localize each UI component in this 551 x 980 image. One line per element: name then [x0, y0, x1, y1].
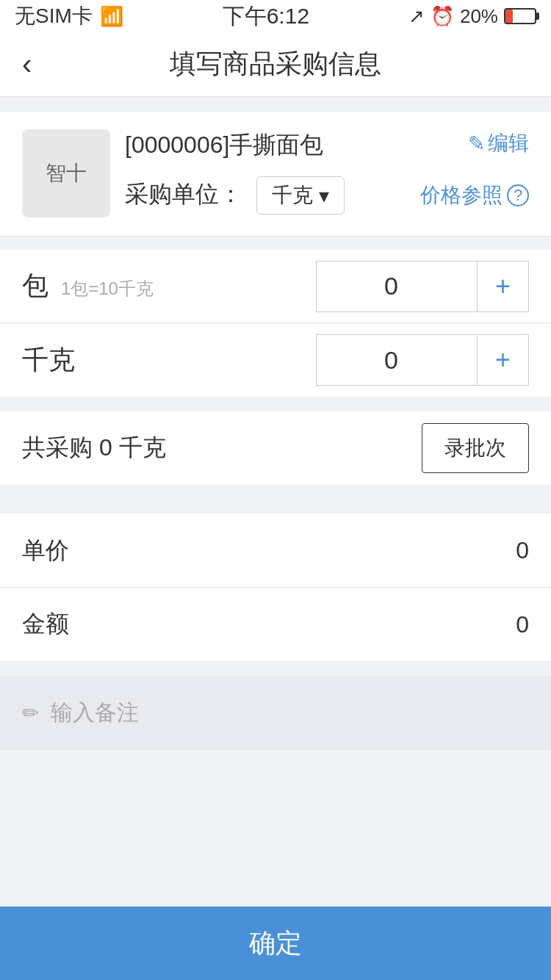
product-thumbnail: 智十	[22, 129, 110, 217]
battery-percent: 20%	[460, 5, 498, 28]
divider-2	[0, 397, 551, 411]
unit-label-group: 采购单位： 千克 ▾	[125, 176, 345, 215]
confirm-button[interactable]: 确定	[0, 907, 551, 980]
edit-button[interactable]: ✎ 编辑	[468, 129, 529, 157]
record-batch-button[interactable]: 录批次	[422, 423, 529, 473]
product-info: [0000006]手撕面包 ✎ 编辑 采购单位： 千克 ▾ 价格参照 ?	[125, 129, 529, 215]
kg-input-row: 千克 +	[0, 323, 551, 397]
status-bar: 无SIM卡 📶 下午6:12 ↗ ⏰ 20%	[0, 0, 551, 32]
bag-input-right: +	[316, 261, 529, 312]
dropdown-chevron-icon: ▾	[319, 184, 329, 208]
bag-label-group: 包 1包=10千克	[22, 268, 154, 304]
price-reference-button[interactable]: 价格参照 ?	[420, 181, 529, 209]
remark-section[interactable]: ✏ 输入备注	[0, 676, 551, 750]
product-header: [0000006]手撕面包 ✎ 编辑	[125, 129, 529, 162]
product-unit-row: 采购单位： 千克 ▾ 价格参照 ?	[125, 176, 529, 215]
unit-price-row: 单价 0	[0, 514, 551, 588]
carrier-label: 无SIM卡	[15, 2, 93, 30]
divider-1	[0, 235, 551, 250]
remark-placeholder: 输入备注	[51, 698, 139, 728]
unit-label: 采购单位：	[125, 181, 242, 207]
product-card: 智十 [0000006]手撕面包 ✎ 编辑 采购单位： 千克 ▾	[0, 112, 551, 235]
location-icon: ↗	[408, 5, 425, 28]
edit-icon: ✎	[468, 131, 485, 156]
pencil-icon: ✏	[22, 701, 39, 725]
alarm-icon: ⏰	[431, 5, 454, 28]
divider-3	[0, 485, 551, 500]
unit-price-value: 0	[516, 537, 529, 564]
status-right: ↗ ⏰ 20%	[408, 5, 536, 28]
product-name: [0000006]手撕面包	[125, 129, 323, 162]
nav-bar: ‹ 填写商品采购信息	[0, 32, 551, 97]
kg-input-right: +	[316, 334, 529, 386]
bag-quantity-input[interactable]	[316, 261, 478, 312]
amount-value: 0	[516, 611, 529, 638]
status-left: 无SIM卡 📶	[15, 2, 123, 30]
amount-label: 金额	[22, 608, 69, 641]
back-button[interactable]: ‹	[22, 48, 32, 81]
summary-row: 共采购 0 千克 录批次	[0, 411, 551, 485]
battery-icon	[504, 8, 536, 24]
kg-label: 千克	[22, 345, 75, 375]
bag-label: 包	[22, 270, 48, 300]
unit-selector[interactable]: 千克 ▾	[256, 176, 345, 215]
info-circle-icon: ?	[507, 184, 529, 206]
unit-price-label: 单价	[22, 535, 69, 567]
kg-plus-button[interactable]: +	[478, 334, 529, 386]
info-section: 单价 0 金额 0	[0, 514, 551, 661]
bag-plus-button[interactable]: +	[478, 261, 529, 312]
status-time: 下午6:12	[223, 1, 309, 32]
amount-row: 金额 0	[0, 588, 551, 661]
kg-label-group: 千克	[22, 342, 75, 378]
kg-quantity-input[interactable]	[316, 334, 478, 386]
wifi-icon: 📶	[100, 5, 123, 28]
product-logo: 智十	[46, 161, 87, 186]
bag-input-row: 包 1包=10千克 +	[0, 250, 551, 323]
input-section: 包 1包=10千克 + 千克 +	[0, 250, 551, 397]
page-title: 填写商品采购信息	[170, 46, 381, 82]
bag-sub-label: 1包=10千克	[61, 278, 154, 298]
summary-text: 共采购 0 千克	[22, 432, 166, 464]
